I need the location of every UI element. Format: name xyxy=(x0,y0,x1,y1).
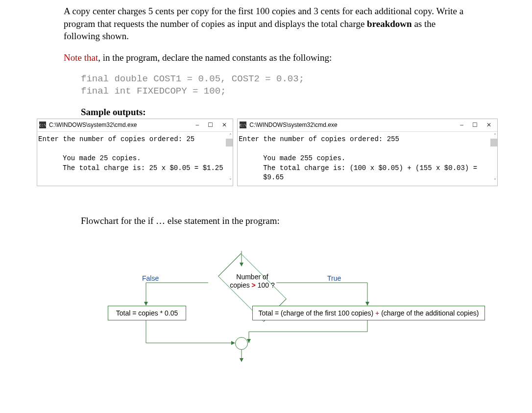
problem-statement: A copy center charges 5 cents per copy f… xyxy=(64,5,468,43)
scroll-up-icon[interactable]: ˄ xyxy=(494,133,496,139)
text-bold: breakdown xyxy=(367,19,412,29)
terminal-line: The total charge is: 25 x $0.05 = $1.25 xyxy=(38,164,231,173)
sample-outputs-label: Sample outputs: xyxy=(81,107,468,118)
true-label: True xyxy=(327,274,341,282)
gt-symbol: > xyxy=(252,281,256,289)
cmd-icon: C:\ xyxy=(240,121,246,128)
process-box-true: Total = (charge of the first 100 copies)… xyxy=(252,306,485,320)
terminal-row: C:\ C:\WINDOWS\system32\cmd.exe – ☐ ✕ En… xyxy=(37,119,498,186)
flowchart-heading: Flowchart for the if … else statement in… xyxy=(81,216,468,226)
terminal-window-2: C:\ C:\WINDOWS\system32\cmd.exe – ☐ ✕ En… xyxy=(237,119,498,186)
terminal-body: Enter the number of copies ordered: 255 … xyxy=(238,132,497,186)
box-text: (charge of the additional copies) xyxy=(379,309,479,317)
svg-marker-10 xyxy=(231,341,235,345)
svg-marker-4 xyxy=(144,302,148,306)
maximize-button[interactable]: ☐ xyxy=(472,121,478,128)
box-text: Total = (charge of the first 100 copies) xyxy=(259,309,376,317)
scroll-down-icon[interactable]: ˅ xyxy=(494,178,496,184)
code-line: final double COST1 = 0.05, COST2 = 0.03; xyxy=(81,73,468,86)
cmd-icon: C:\ xyxy=(39,121,46,128)
terminal-line: Enter the number of copies ordered: 25 xyxy=(38,135,231,145)
minimize-button[interactable]: – xyxy=(460,121,463,128)
minimize-button[interactable]: – xyxy=(196,121,199,128)
scroll-up-icon[interactable]: ˄ xyxy=(229,133,232,139)
terminal-line: The total charge is: (100 x $0.05) + (15… xyxy=(239,164,495,183)
note-rest: , in the program, declare the named cons… xyxy=(98,52,332,63)
flowchart-diagram: Number of copies > 100 ? False True Tota… xyxy=(93,251,495,364)
window-title: C:\WINDOWS\system32\cmd.exe xyxy=(249,121,337,128)
titlebar: C:\ C:\WINDOWS\system32\cmd.exe – ☐ ✕ xyxy=(238,119,497,132)
note-line: Note that, in the program, declare the n… xyxy=(64,51,468,64)
svg-marker-7 xyxy=(365,302,369,306)
maximize-button[interactable]: ☐ xyxy=(208,121,213,128)
terminal-window-1: C:\ C:\WINDOWS\system32\cmd.exe – ☐ ✕ En… xyxy=(37,119,233,186)
svg-marker-16 xyxy=(240,358,243,362)
code-constants: final double COST1 = 0.05, COST2 = 0.03;… xyxy=(81,73,468,98)
scroll-thumb[interactable] xyxy=(490,139,497,146)
close-button[interactable]: ✕ xyxy=(222,121,227,128)
process-box-false: Total = copies * 0.05 xyxy=(108,306,186,320)
false-label: False xyxy=(142,274,159,282)
close-button[interactable]: ✕ xyxy=(486,121,491,128)
scroll-thumb[interactable] xyxy=(226,139,233,146)
window-title: C:\WINDOWS\system32\cmd.exe xyxy=(49,121,137,128)
scroll-down-icon[interactable]: ˅ xyxy=(229,178,232,184)
note-red: Note that xyxy=(64,52,98,63)
terminal-body: Enter the number of copies ordered: 25 Y… xyxy=(37,132,233,176)
diamond-text: 100 ? xyxy=(256,281,275,289)
connector-node xyxy=(235,337,248,350)
diamond-text: copies xyxy=(230,281,251,289)
terminal-line: You made 255 copies. xyxy=(239,154,495,164)
diamond-text: Number of xyxy=(236,273,268,281)
terminal-line: You made 25 copies. xyxy=(38,154,231,164)
titlebar: C:\ C:\WINDOWS\system32\cmd.exe – ☐ ✕ xyxy=(37,119,233,132)
terminal-line: Enter the number of copies ordered: 255 xyxy=(239,135,495,145)
code-line: final int FIXEDCOPY = 100; xyxy=(81,85,468,98)
decision-node: Number of copies > 100 ? xyxy=(220,251,274,305)
